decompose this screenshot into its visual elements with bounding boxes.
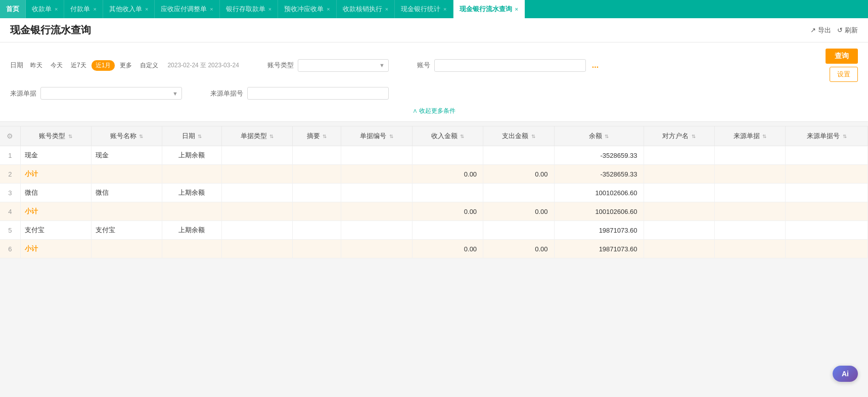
nav-tab-yushou[interactable]: 预收冲应收单 × (278, 0, 336, 18)
sort-icon[interactable]: ⇅ (68, 134, 72, 139)
table-row[interactable]: 1现金现金上期余额-3528659.33 (0, 146, 868, 165)
table-cell (644, 240, 714, 258)
nav-tab-hexiao[interactable]: 收款核销执行 × (337, 0, 395, 18)
table-row[interactable]: 3微信微信上期余额100102606.60 (0, 184, 868, 202)
sort-icon[interactable]: ⇅ (269, 134, 273, 139)
page-header: 现金银行流水查询 ↗ 导出 ↺ 刷新 (0, 18, 868, 42)
nav-home[interactable]: 首页 (0, 0, 26, 18)
table-row[interactable]: 4小计0.000.00100102606.60 (0, 202, 868, 221)
table-cell (412, 184, 483, 202)
nav-tab-shoukuan[interactable]: 收款单 × (26, 0, 64, 18)
table-cell: 6 (0, 240, 20, 258)
table-cell: 支付宝 (20, 221, 91, 240)
close-icon[interactable]: × (210, 6, 213, 12)
table-cell: 5 (0, 221, 20, 240)
close-icon[interactable]: × (515, 6, 518, 12)
table-cell (162, 202, 221, 221)
date-btn-yesterday[interactable]: 昨天 (27, 60, 45, 71)
close-icon[interactable]: × (55, 6, 58, 12)
table-cell (786, 165, 868, 184)
close-icon[interactable]: × (327, 6, 330, 12)
table-cell: 0.00 (412, 240, 483, 258)
source-doc-no-input[interactable] (247, 87, 389, 100)
sort-icon[interactable]: ⇅ (843, 134, 847, 139)
table-cell (644, 146, 714, 165)
nav-tab-yinhang[interactable]: 银行存取款单 × (220, 0, 278, 18)
table-cell (644, 165, 714, 184)
table-cell (483, 146, 554, 165)
table-cell (91, 202, 162, 221)
table-cell: 4 (0, 202, 20, 221)
nav-tab-fukuan[interactable]: 付款单 × (64, 0, 103, 18)
sort-icon[interactable]: ⇅ (198, 134, 202, 139)
table-cell (221, 165, 292, 184)
date-btn-7days[interactable]: 近7天 (68, 60, 89, 71)
table-cell (91, 165, 162, 184)
table-cell: 1 (0, 146, 20, 165)
source-doc-select[interactable] (40, 87, 182, 100)
account-type-select[interactable] (298, 59, 389, 72)
table-cell (714, 165, 785, 184)
close-icon[interactable]: × (93, 6, 96, 12)
table-cell: 19871073.60 (554, 221, 644, 240)
account-filter-group: 账号 ... (417, 59, 601, 72)
home-label: 首页 (6, 5, 19, 14)
table-cell (644, 184, 714, 202)
table-cell: 0.00 (483, 240, 554, 258)
table-cell (786, 202, 868, 221)
date-btn-more[interactable]: 更多 (117, 60, 135, 71)
table-cell (341, 221, 412, 240)
table-cell (341, 146, 412, 165)
sort-icon[interactable]: ⇅ (762, 134, 766, 139)
collapse-bar[interactable]: ∧ 收起更多条件 (10, 105, 858, 117)
sort-icon[interactable]: ⇅ (605, 134, 609, 139)
date-btn-today[interactable]: 今天 (48, 60, 66, 71)
table-cell: 小计 (20, 165, 91, 184)
date-shortcuts: 昨天 今天 近7天 近1月 更多 自定义 (27, 60, 161, 71)
nav-tab-liushui[interactable]: 现金银行流水查询 × (453, 0, 525, 18)
nav-tab-tongji[interactable]: 现金银行统计 × (395, 0, 453, 18)
account-label: 账号 (417, 61, 430, 70)
close-icon[interactable]: × (385, 6, 388, 12)
settings-button[interactable]: 设置 (830, 67, 858, 82)
close-icon[interactable]: × (145, 6, 148, 12)
table-cell: 小计 (20, 240, 91, 258)
date-btn-custom[interactable]: 自定义 (137, 60, 161, 71)
sort-icon[interactable]: ⇅ (323, 134, 327, 139)
table-cell (714, 221, 785, 240)
sort-icon[interactable]: ⇅ (531, 134, 535, 139)
nav-tab-yingshou[interactable]: 应收应付调整单 × (155, 0, 219, 18)
query-button[interactable]: 查询 (826, 49, 858, 64)
refresh-button[interactable]: ↺ 刷新 (837, 26, 858, 35)
sort-icon[interactable]: ⇅ (389, 134, 393, 139)
th-account-type: 账号类型 ⇅ (20, 126, 91, 146)
table-cell (221, 240, 292, 258)
table-row[interactable]: 2小计0.000.00-3528659.33 (0, 165, 868, 184)
refresh-icon: ↺ (837, 26, 843, 34)
close-icon[interactable]: × (443, 6, 446, 12)
th-expense: 支出金额 ⇅ (483, 126, 554, 146)
sort-icon[interactable]: ⇅ (139, 134, 143, 139)
th-balance: 余额 ⇅ (554, 126, 644, 146)
export-button[interactable]: ↗ 导出 (810, 26, 831, 35)
account-input[interactable] (434, 59, 586, 72)
sort-icon[interactable]: ⇅ (460, 134, 464, 139)
column-settings-icon[interactable]: ⚙ (7, 132, 13, 140)
filter-row-1: 日期 昨天 今天 近7天 近1月 更多 自定义 2023-02-24 至 202… (10, 49, 858, 82)
close-icon[interactable]: × (268, 6, 271, 12)
table-cell: 小计 (20, 202, 91, 221)
source-doc-no-label: 来源单据号 (210, 89, 243, 98)
account-ellipsis-button[interactable]: ... (590, 61, 601, 70)
table-cell: 上期余额 (162, 221, 221, 240)
table-row[interactable]: 5支付宝支付宝上期余额19871073.60 (0, 221, 868, 240)
account-type-label: 账号类型 (267, 61, 294, 70)
table-cell: 100102606.60 (554, 184, 644, 202)
date-btn-1month[interactable]: 近1月 (92, 60, 115, 71)
filter-area: 日期 昨天 今天 近7天 近1月 更多 自定义 2023-02-24 至 202… (0, 42, 868, 122)
th-settings: ⚙ (0, 126, 20, 146)
main-table: ⚙ 账号类型 ⇅ 账号名称 ⇅ 日期 ⇅ 单据类型 ⇅ (0, 126, 868, 258)
page-title: 现金银行流水查询 (10, 23, 91, 37)
table-row[interactable]: 6小计0.000.0019871073.60 (0, 240, 868, 258)
nav-tab-qita[interactable]: 其他收入单 × (103, 0, 155, 18)
sort-icon[interactable]: ⇅ (692, 134, 696, 139)
